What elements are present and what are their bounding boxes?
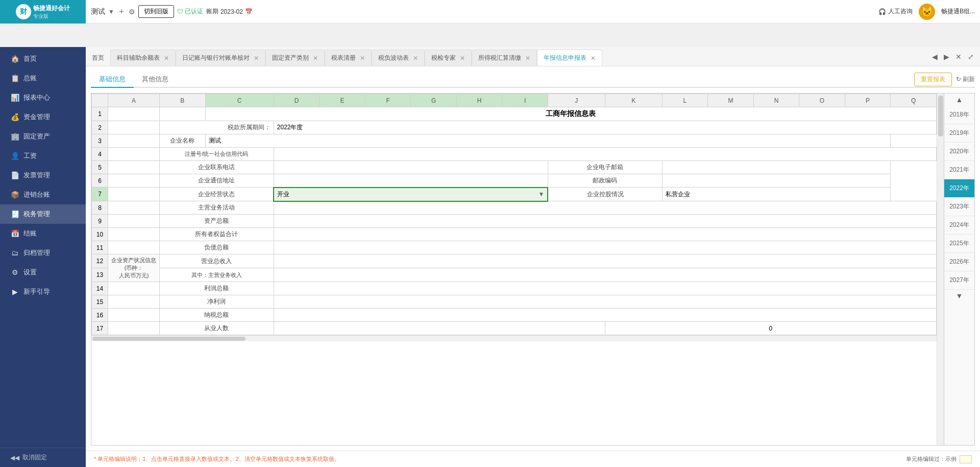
- add-icon[interactable]: ＋: [117, 6, 126, 17]
- reset-report-button[interactable]: 重置报表: [914, 73, 952, 86]
- cell-main-revenue-value[interactable]: [274, 268, 936, 282]
- sidebar-item-archive[interactable]: 🗂 归档管理: [0, 243, 86, 263]
- cell-a15[interactable]: [108, 295, 160, 309]
- cell-reg-code-label[interactable]: 注册号/统一社会信用代码: [160, 148, 274, 161]
- cell-a16[interactable]: [108, 309, 160, 322]
- cell-postal-code-value[interactable]: [662, 174, 891, 188]
- col-header-k[interactable]: K: [605, 94, 662, 107]
- sub-tab-basic[interactable]: 基础信息: [91, 72, 134, 88]
- tab-next-button[interactable]: ▶: [942, 52, 951, 62]
- tab-tax-schedule-close[interactable]: ✕: [360, 55, 365, 62]
- year-item-2023[interactable]: 2023年: [944, 198, 974, 216]
- col-header-l[interactable]: L: [662, 94, 708, 107]
- col-header-e[interactable]: E: [320, 94, 365, 107]
- cell-company-name-value[interactable]: 测试: [205, 134, 891, 148]
- sidebar-item-ledger[interactable]: 📋 总账: [0, 68, 86, 88]
- year-item-2025[interactable]: 2025年: [944, 235, 974, 253]
- cell-a1[interactable]: [108, 107, 160, 121]
- col-header-c[interactable]: C: [205, 94, 274, 107]
- tab-income-tax[interactable]: 所得税汇算清缴 ✕: [472, 50, 537, 66]
- col-header-m[interactable]: M: [708, 94, 754, 107]
- cell-debt-value[interactable]: [274, 241, 936, 254]
- col-header-q[interactable]: Q: [891, 94, 937, 107]
- sidebar-item-inventory[interactable]: 📦 进销台账: [0, 185, 86, 204]
- vertical-scroll-thumb[interactable]: [938, 96, 943, 136]
- cell-main-biz-value[interactable]: [274, 201, 936, 215]
- biz-status-dropdown[interactable]: 开业 ▼: [277, 190, 544, 199]
- tab-aux-balance-close[interactable]: ✕: [164, 55, 169, 62]
- year-item-2019[interactable]: 2019年: [944, 124, 974, 143]
- vertical-scrollbar[interactable]: [937, 94, 944, 445]
- cell-profit-label[interactable]: 利润总额: [160, 282, 274, 295]
- sidebar-item-tax[interactable]: 🧾 税务管理: [0, 204, 86, 224]
- tab-tax-expert-close[interactable]: ✕: [460, 55, 465, 62]
- cell-profit-value[interactable]: [274, 282, 936, 295]
- cell-revenue-value[interactable]: [274, 254, 936, 268]
- cell-a10[interactable]: [108, 228, 160, 241]
- cell-a7[interactable]: [108, 188, 160, 201]
- cell-debt-label[interactable]: 负债总额: [160, 241, 274, 254]
- col-header-f[interactable]: F: [365, 94, 411, 107]
- horizontal-scroll-thumb[interactable]: [92, 337, 246, 341]
- cell-a17[interactable]: [108, 322, 160, 335]
- tab-expand-button[interactable]: ⤢: [966, 52, 976, 62]
- cell-equity-label[interactable]: 所有者权益合计: [160, 228, 274, 241]
- cell-company-name-label[interactable]: 企业名称: [160, 134, 206, 148]
- year-item-2026[interactable]: 2026年: [944, 253, 974, 271]
- tab-close-all-button[interactable]: ✕: [953, 52, 964, 62]
- tab-tax-fluctuation-close[interactable]: ✕: [413, 55, 418, 62]
- tab-tax-schedule[interactable]: 税表清册 ✕: [325, 50, 372, 66]
- cell-main-revenue-label[interactable]: 其中：主营业务收入: [160, 268, 274, 282]
- cell-a11[interactable]: [108, 241, 160, 254]
- cell-a5[interactable]: [108, 161, 160, 174]
- col-header-o[interactable]: O: [799, 94, 845, 107]
- sidebar-item-settings[interactable]: ⚙ 设置: [0, 263, 86, 282]
- dropdown-icon[interactable]: ▼: [108, 8, 114, 15]
- cell-a14[interactable]: [108, 282, 160, 295]
- col-header-n[interactable]: N: [753, 94, 799, 107]
- tab-tax-expert[interactable]: 税检专家 ✕: [425, 50, 472, 66]
- tab-journal-bank-close[interactable]: ✕: [254, 55, 259, 62]
- tab-income-tax-close[interactable]: ✕: [525, 55, 530, 62]
- settings-icon[interactable]: ⚙: [129, 8, 135, 16]
- sidebar-item-home[interactable]: 🏠 首页: [0, 49, 86, 68]
- cell-holding-label[interactable]: 企业控股情况: [548, 188, 662, 201]
- cell-title[interactable]: 工商年报信息表: [205, 107, 936, 121]
- sidebar-item-invoice[interactable]: 📄 发票管理: [0, 166, 86, 185]
- cell-tax-period-value[interactable]: 2022年度: [274, 121, 936, 134]
- cell-net-profit-value[interactable]: [274, 295, 936, 309]
- sidebar-item-assets[interactable]: 🏢 固定资产: [0, 127, 86, 146]
- tab-home[interactable]: 首页: [86, 50, 110, 66]
- cell-equity-value[interactable]: [274, 228, 936, 241]
- cell-biz-status-label[interactable]: 企业经营状态: [160, 188, 274, 201]
- year-scroll-up-button[interactable]: ▲: [944, 94, 974, 106]
- sidebar-item-salary[interactable]: 👤 工资: [0, 146, 86, 166]
- tab-annual-report[interactable]: 年报信息申报表 ✕: [537, 50, 602, 66]
- cell-total-assets-value[interactable]: [274, 215, 936, 228]
- col-header-h[interactable]: H: [456, 94, 502, 107]
- refresh-button[interactable]: ↻ 刷新: [956, 75, 975, 84]
- cell-holding-value[interactable]: 私营企业: [662, 188, 891, 201]
- tab-annual-report-close[interactable]: ✕: [591, 55, 596, 62]
- sidebar-item-reports[interactable]: 📊 报表中心: [0, 88, 86, 107]
- year-item-2021[interactable]: 2021年: [944, 161, 974, 179]
- cell-address-label[interactable]: 企业通信地址: [160, 174, 274, 188]
- cell-employees-label[interactable]: 从业人数: [160, 322, 274, 335]
- sidebar-item-guide[interactable]: ▶ 新手引导: [0, 282, 86, 301]
- cell-contact-phone-label[interactable]: 企业联系电话: [160, 161, 274, 174]
- year-item-2018[interactable]: 2018年: [944, 106, 974, 124]
- cell-tax-period-label[interactable]: 税款所属期间：: [160, 121, 274, 134]
- tab-fixed-assets-close[interactable]: ✕: [313, 55, 318, 62]
- tab-prev-button[interactable]: ◀: [930, 52, 940, 62]
- cell-address-value[interactable]: [274, 174, 548, 188]
- cell-a9[interactable]: [108, 215, 160, 228]
- year-item-2022[interactable]: 2022年: [944, 179, 974, 198]
- col-header-p[interactable]: P: [845, 94, 891, 107]
- sidebar-unpin-button[interactable]: ◀◀ 取消固定: [0, 448, 86, 467]
- cell-employees-count[interactable]: 0: [605, 322, 936, 335]
- year-item-2024[interactable]: 2024年: [944, 216, 974, 235]
- col-header-j[interactable]: J: [548, 94, 605, 107]
- cell-email-value[interactable]: [662, 161, 891, 174]
- dropdown-arrow-icon[interactable]: ▼: [538, 191, 545, 198]
- tab-journal-bank[interactable]: 日记账与银行对账单核对 ✕: [176, 50, 265, 66]
